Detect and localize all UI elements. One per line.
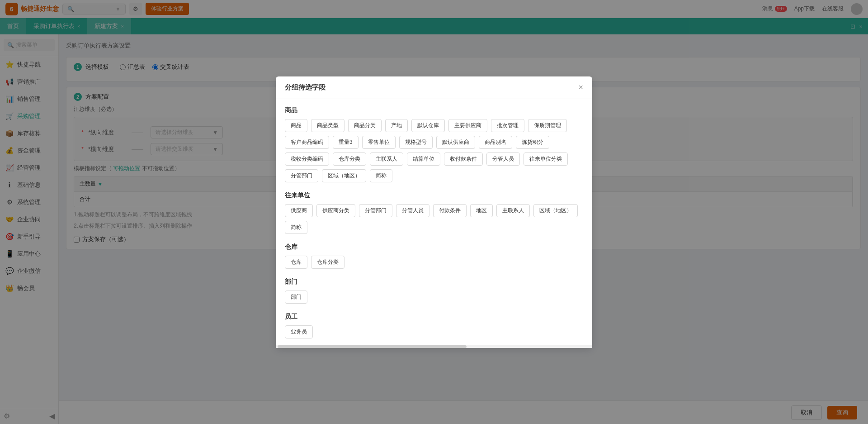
field-tag[interactable]: 付款条件	[433, 204, 467, 217]
field-tag[interactable]: 保质期管理	[528, 119, 567, 132]
field-group-title-warehouse: 仓库	[285, 243, 583, 251]
field-tag[interactable]: 重量3	[333, 136, 359, 149]
modal-header: 分组待选字段 ×	[276, 76, 592, 99]
field-tag[interactable]: 简称	[285, 221, 307, 234]
field-tag[interactable]: 产地	[385, 119, 408, 132]
field-tags-goods: 商品商品类型商品分类产地默认仓库主要供应商批次管理保质期管理客户商品编码重量3零…	[285, 119, 583, 182]
field-tag[interactable]: 地区	[470, 204, 493, 217]
field-tag[interactable]: 主联系人	[370, 152, 403, 166]
field-tags-department: 部门	[285, 291, 583, 304]
modal: 分组待选字段 × 商品商品商品类型商品分类产地默认仓库主要供应商批次管理保质期管…	[276, 76, 592, 348]
field-group-goods: 商品商品商品类型商品分类产地默认仓库主要供应商批次管理保质期管理客户商品编码重量…	[285, 106, 583, 182]
field-group-warehouse: 仓库仓库仓库分类	[285, 243, 583, 269]
field-tag[interactable]: 区域（地区）	[533, 204, 578, 217]
field-tag[interactable]: 往来单位分类	[524, 152, 568, 166]
modal-title: 分组待选字段	[285, 83, 326, 92]
field-tag[interactable]: 结算单位	[407, 152, 440, 166]
field-tag[interactable]: 商品类型	[311, 119, 344, 132]
field-tags-employee: 业务员	[285, 325, 583, 338]
field-group-title-partner: 往来单位	[285, 191, 583, 200]
field-tag[interactable]: 分管人员	[396, 204, 429, 217]
field-tag[interactable]: 分管部门	[285, 169, 318, 182]
field-tags-partner: 供应商供应商分类分管部门分管人员付款条件地区主联系人区域（地区）简称	[285, 204, 583, 234]
field-tag[interactable]: 客户商品编码	[285, 136, 329, 149]
field-tag[interactable]: 主联系人	[496, 204, 530, 217]
field-tag[interactable]: 部门	[285, 291, 307, 304]
field-group-title-goods: 商品	[285, 106, 583, 114]
modal-body: 商品商品商品类型商品分类产地默认仓库主要供应商批次管理保质期管理客户商品编码重量…	[276, 99, 592, 345]
field-tag[interactable]: 业务员	[285, 325, 313, 338]
modal-overlay: 分组待选字段 × 商品商品商品类型商品分类产地默认仓库主要供应商批次管理保质期管…	[0, 0, 868, 424]
field-group-title-employee: 员工	[285, 313, 583, 321]
field-tag[interactable]: 炼货积分	[516, 136, 549, 149]
field-group-department: 部门部门	[285, 278, 583, 304]
field-tags-warehouse: 仓库仓库分类	[285, 256, 583, 269]
field-tag[interactable]: 默认仓库	[411, 119, 445, 132]
field-group-employee: 员工业务员	[285, 313, 583, 338]
field-tag[interactable]: 仓库分类	[311, 256, 344, 269]
field-group-title-department: 部门	[285, 278, 583, 286]
field-tag[interactable]: 分管部门	[359, 204, 392, 217]
field-tag[interactable]: 税收分类编码	[285, 152, 329, 166]
field-tag[interactable]: 主要供应商	[448, 119, 487, 132]
hscroll-thumb	[278, 345, 467, 348]
field-tag[interactable]: 规格型号	[399, 136, 433, 149]
field-tag[interactable]: 默认供应商	[436, 136, 475, 149]
modal-close-btn[interactable]: ×	[578, 83, 583, 92]
field-tag[interactable]: 供应商	[285, 204, 313, 217]
field-tag[interactable]: 仓库	[285, 256, 307, 269]
field-group-partner: 往来单位供应商供应商分类分管部门分管人员付款条件地区主联系人区域（地区）简称	[285, 191, 583, 234]
field-tag[interactable]: 收付款条件	[444, 152, 483, 166]
field-tag[interactable]: 简称	[370, 169, 392, 182]
field-tag[interactable]: 供应商分类	[316, 204, 355, 217]
field-tag[interactable]: 仓库分类	[333, 152, 366, 166]
field-tag[interactable]: 分管人员	[486, 152, 520, 166]
field-tag[interactable]: 商品别名	[479, 136, 512, 149]
field-tag[interactable]: 零售单位	[362, 136, 396, 149]
field-tag[interactable]: 批次管理	[491, 119, 524, 132]
modal-hscroll[interactable]	[276, 345, 592, 348]
field-tag[interactable]: 商品分类	[348, 119, 382, 132]
field-tag[interactable]: 商品	[285, 119, 307, 132]
field-tag[interactable]: 区域（地区）	[322, 169, 366, 182]
